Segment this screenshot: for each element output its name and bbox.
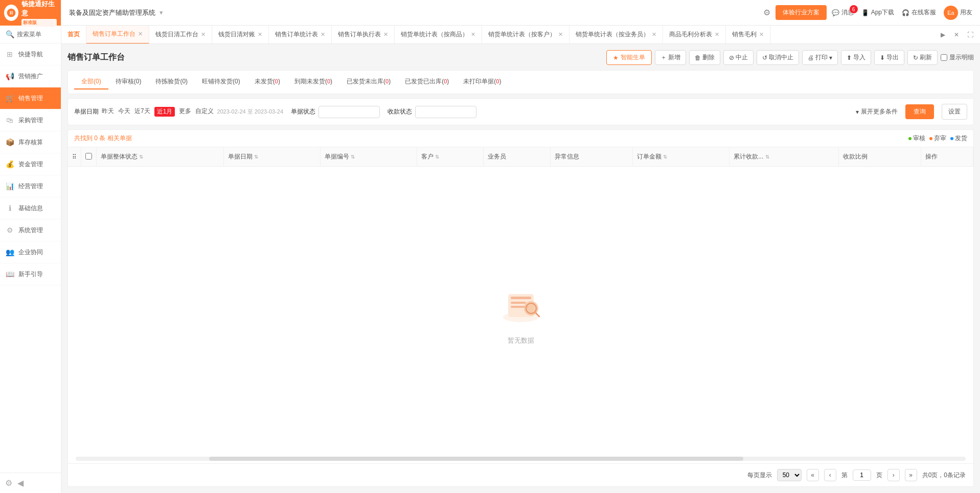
tab-cash-daily[interactable]: 钱货日清工作台 ✕: [149, 26, 212, 44]
expand-filter-button[interactable]: ▾ 展开更多条件: [856, 107, 898, 116]
refresh-button[interactable]: ↻ 刷新: [907, 50, 938, 65]
sidebar-item-operation[interactable]: 📊 经营管理: [0, 175, 61, 197]
query-button[interactable]: 查询: [905, 104, 934, 119]
stop-button[interactable]: ⊘ 中止: [723, 50, 754, 65]
app-download-button[interactable]: 📱 App下载: [861, 8, 894, 17]
add-button[interactable]: ＋ 新增: [655, 50, 686, 65]
tab-close-stats-product[interactable]: ✕: [471, 31, 475, 38]
tab-scroll-right[interactable]: ▶: [937, 29, 948, 40]
last-page-button[interactable]: »: [905, 469, 917, 481]
tab-close-sales-stats[interactable]: ✕: [321, 31, 325, 38]
message-button[interactable]: 💬 消息 6: [832, 8, 854, 17]
print-button[interactable]: 🖨 打印 ▾: [802, 50, 838, 65]
settings-icon[interactable]: ⚙: [5, 478, 12, 488]
tab-close-cash-reconcile[interactable]: ✕: [258, 31, 262, 38]
delete-button[interactable]: 🗑 删除: [689, 50, 720, 65]
date-filter-label: 单据日期: [74, 107, 99, 116]
next-page-button[interactable]: ›: [887, 469, 900, 481]
filter-tab-pending[interactable]: 待审核(0): [108, 75, 149, 89]
sort-customer-icon[interactable]: ⇅: [435, 154, 439, 160]
filter-tab-shipped-not-out[interactable]: 已发货未出库(0): [339, 75, 398, 89]
message-icon: 💬: [832, 9, 839, 16]
page-size-select[interactable]: 50: [777, 469, 802, 481]
date-7days[interactable]: 近7天: [134, 107, 150, 117]
filter-tab-shipped-out[interactable]: 已发货已出库(0): [398, 75, 456, 89]
tab-sales-workbench[interactable]: 销售订单工作台 ✕: [86, 26, 149, 44]
cancel-stop-button[interactable]: ↺ 取消中止: [757, 50, 799, 65]
show-detail-checkbox[interactable]: 显示明细: [941, 53, 974, 62]
filter-tab-not-printed[interactable]: 未打印单据(0): [456, 75, 508, 89]
tab-sales-stats-product[interactable]: 销货单统计表（按商品） ✕: [395, 26, 482, 44]
tab-close-sales-profit[interactable]: ✕: [759, 31, 764, 38]
horizontal-scrollbar[interactable]: [76, 457, 966, 461]
user-menu[interactable]: Ea 用友: [944, 6, 972, 20]
date-filter: 单据日期 昨天 今天 近7天 近1月 更多 自定义 2023-02-24 至 2…: [74, 107, 283, 117]
sidebar-item-guide[interactable]: 📖 新手引导: [0, 263, 61, 285]
set-button[interactable]: 设置: [942, 104, 967, 120]
filter-tab-wangpu-ship[interactable]: 旺铺待发货(0): [195, 75, 247, 89]
online-service-button[interactable]: 🎧 在线客服: [902, 8, 936, 17]
tab-cash-reconcile[interactable]: 钱货日清对账 ✕: [212, 26, 269, 44]
tab-sales-exec[interactable]: 销售订单执行表 ✕: [332, 26, 395, 44]
first-page-button[interactable]: «: [807, 469, 819, 481]
filter-tab-not-shipped[interactable]: 未发货(0): [247, 75, 287, 89]
sort-collected-icon[interactable]: ⇅: [765, 154, 769, 160]
select-all-checkbox[interactable]: [85, 153, 92, 160]
sidebar-item-enterprise[interactable]: 👥 企业协同: [0, 241, 61, 263]
tab-close-sales-workbench[interactable]: ✕: [138, 31, 143, 37]
tab-sales-stats-staff[interactable]: 销货单统计表（按业务员） ✕: [569, 26, 663, 44]
show-detail-input[interactable]: [941, 54, 947, 61]
tab-close-sales-exec[interactable]: ✕: [383, 31, 388, 38]
import-button[interactable]: ⬆ 导入: [841, 50, 871, 65]
tab-close-stats-staff[interactable]: ✕: [652, 31, 656, 38]
topbar-dropdown-icon[interactable]: ▾: [159, 9, 163, 16]
delete-icon: 🗑: [695, 54, 701, 61]
bag-icon: 🛍: [5, 116, 14, 125]
date-1month[interactable]: 近1月: [154, 107, 175, 117]
approve-action[interactable]: 审核: [908, 134, 925, 143]
tab-product-margin[interactable]: 商品毛利分析表 ✕: [663, 26, 726, 44]
sidebar-item-system[interactable]: ⚙ 系统管理: [0, 219, 61, 241]
export-button[interactable]: ⬇ 导出: [874, 50, 904, 65]
tab-close-stats-customer[interactable]: ✕: [558, 31, 563, 38]
page-number-input[interactable]: [853, 469, 871, 481]
tab-sales-stats[interactable]: 销售订单统计表 ✕: [269, 26, 332, 44]
sort-number-icon[interactable]: ⇅: [351, 154, 355, 160]
prev-page-button[interactable]: ‹: [824, 469, 836, 481]
date-more[interactable]: 更多: [179, 107, 191, 117]
filter-tab-all[interactable]: 全部(0): [74, 75, 108, 89]
tab-close-all[interactable]: ✕: [951, 29, 962, 40]
page-unit: 页: [876, 471, 882, 480]
sidebar-item-quick-nav[interactable]: ⊞ 快捷导航: [0, 43, 61, 65]
status-select[interactable]: [318, 106, 380, 118]
tab-home[interactable]: 首页: [61, 26, 86, 44]
sort-date-icon[interactable]: ⇅: [254, 154, 258, 160]
sidebar-item-sales[interactable]: 🛒 销售管理: [0, 87, 61, 109]
topbar-settings-icon[interactable]: ⚙: [763, 8, 770, 17]
date-yesterday[interactable]: 昨天: [102, 107, 114, 117]
filter-tab-pending-check[interactable]: 待拣验货(0): [148, 75, 195, 89]
sidebar-item-inventory[interactable]: 📦 库存核算: [0, 131, 61, 153]
ship-action[interactable]: 发货: [950, 134, 967, 143]
sidebar-item-finance[interactable]: 💰 资金管理: [0, 153, 61, 175]
smart-order-button[interactable]: ★ 智能生单: [606, 50, 652, 65]
tab-close-cash-daily[interactable]: ✕: [201, 31, 206, 38]
tab-sales-profit[interactable]: 销售毛利 ✕: [726, 26, 770, 44]
collapse-icon[interactable]: ◀: [17, 478, 24, 488]
filter-tab-overdue-ship[interactable]: 到期未发货(0): [287, 75, 339, 89]
sidebar-item-search[interactable]: 🔍 搜索菜单: [0, 26, 61, 43]
date-custom[interactable]: 自定义: [195, 107, 214, 117]
tab-maximize[interactable]: ⛶: [965, 29, 976, 40]
date-today[interactable]: 今天: [118, 107, 130, 117]
sidebar-item-purchase[interactable]: 🛍 采购管理: [0, 109, 61, 131]
solution-button[interactable]: 体验行业方案: [776, 5, 827, 20]
sort-amount-icon[interactable]: ⇅: [663, 154, 667, 160]
tab-sales-stats-customer[interactable]: 销货单统计表（按客户） ✕: [482, 26, 569, 44]
sort-status-icon[interactable]: ⇅: [139, 154, 143, 160]
tab-close-product-margin[interactable]: ✕: [715, 31, 719, 38]
scrollbar-thumb[interactable]: [209, 457, 743, 461]
payment-select[interactable]: [415, 106, 476, 118]
sidebar-item-basic-info[interactable]: ℹ 基础信息: [0, 197, 61, 219]
sidebar-item-marketing[interactable]: 📢 营销推广: [0, 65, 61, 87]
reject-action[interactable]: 弃审: [929, 134, 946, 143]
